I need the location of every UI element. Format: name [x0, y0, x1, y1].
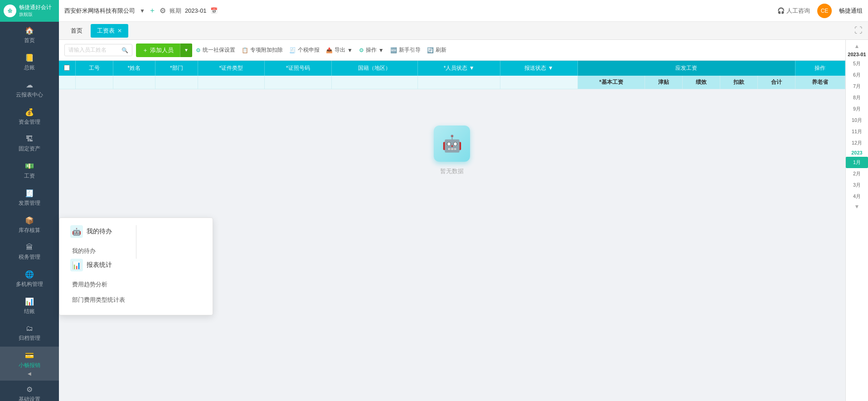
tab-close-icon[interactable]: ✕: [117, 28, 122, 34]
refresh-btn[interactable]: 🔄 刷新: [427, 46, 446, 54]
operation-label: 操作: [366, 46, 377, 54]
sidebar-item-fund[interactable]: 💰 资金管理: [0, 103, 59, 130]
sidebar-item-inventory[interactable]: 📦 库存核算: [0, 212, 59, 239]
timeline-month-5[interactable]: 5月: [846, 58, 868, 69]
sidebar-item-cloud-report[interactable]: ☁ 云报表中心: [0, 76, 59, 103]
tax-report-label: 个税申报: [298, 46, 320, 54]
company-dropdown-icon[interactable]: ▼: [140, 8, 145, 14]
user-avatar[interactable]: CE: [817, 4, 832, 18]
header-department: *部门: [155, 61, 198, 76]
timeline-month-10[interactable]: 10月: [846, 115, 868, 126]
social-insurance-btn[interactable]: ⚙ 统一社保设置: [196, 46, 235, 54]
empty-robot-icon: 🤖: [434, 126, 470, 162]
timeline-month-12[interactable]: 12月: [846, 137, 868, 149]
header-nationality: 国籍（地区）: [331, 61, 418, 76]
operation-btn[interactable]: ⚙ 操作 ▼: [359, 46, 384, 54]
export-label: 导出: [335, 46, 345, 54]
operation-icon: ⚙: [359, 47, 364, 53]
sidebar-item-ledger[interactable]: 📒 总账: [0, 49, 59, 76]
reports-icon: 📊: [70, 259, 83, 271]
timeline-month-8[interactable]: 8月: [846, 92, 868, 103]
timeline-down-icon[interactable]: ▼: [853, 202, 861, 211]
topbar-add-icon[interactable]: ＋: [149, 6, 156, 15]
tab-salary-label: 工资表: [97, 27, 115, 35]
timeline-month-9[interactable]: 9月: [846, 103, 868, 115]
service-button[interactable]: 🎧 人工咨询: [777, 7, 810, 15]
export-btn[interactable]: 📤 导出 ▼: [326, 46, 353, 54]
sidebar-item-multi-org[interactable]: 🌐 多机构管理: [0, 266, 59, 293]
timeline-month-3[interactable]: 3月: [846, 179, 868, 191]
timeline-header: 2023-01: [847, 51, 867, 58]
sidebar-label-inventory: 库存核算: [19, 227, 40, 234]
header-salary-group: 应发工资: [578, 61, 795, 76]
sub-performance: 绩效: [682, 76, 720, 89]
guide-btn[interactable]: 🆕 新手引导: [390, 46, 421, 54]
sidebar-item-archive[interactable]: 🗂 归档管理: [0, 320, 59, 347]
logo-text-group: 畅捷通好会计 旗舰版: [19, 4, 52, 18]
sidebar-item-tax[interactable]: 🏛 税务管理: [0, 239, 59, 266]
headset-icon: 🎧: [777, 7, 785, 14]
social-insurance-icon: ⚙: [196, 47, 201, 53]
sidebar-item-salary[interactable]: 💵 工资: [0, 157, 59, 184]
archive-icon: 🗂: [26, 324, 33, 333]
table-header-row: 工号 *姓名 *部门 *证件类型 *证照号码 国籍（地区） *人员状态 ▼ 报送…: [59, 61, 845, 76]
company-name: 西安虾米网络科技有限公司: [64, 7, 135, 15]
timeline-month-1[interactable]: 1月: [846, 157, 868, 168]
sidebar-label-xiaochang: 小畅报销: [19, 362, 40, 369]
sidebar-label-cloud: 云报表中心: [16, 91, 43, 99]
select-all-checkbox[interactable]: [64, 65, 70, 71]
tab-salary[interactable]: 工资表 ✕: [91, 24, 128, 38]
sidebar-item-settlement[interactable]: 📊 结账: [0, 293, 59, 320]
sidebar-item-fixed-assets[interactable]: 🏗 固定资产: [0, 130, 59, 157]
popup-item-cost-trend[interactable]: 费用趋势分析: [70, 277, 132, 292]
empty-text: 暂无数据: [440, 167, 464, 175]
timeline-month-4[interactable]: 4月: [846, 191, 868, 202]
sub-deduction: 扣款: [720, 76, 757, 89]
tab-home[interactable]: 首页: [64, 24, 89, 38]
popup-item-dept-cost[interactable]: 部门费用类型统计表: [70, 292, 132, 308]
table-body: 🤖 暂无数据: [59, 89, 845, 212]
timeline-month-6[interactable]: 6月: [846, 69, 868, 81]
timeline-month-7[interactable]: 7月: [846, 81, 868, 92]
sidebar-item-home[interactable]: 🏠 首页: [0, 22, 59, 49]
timeline-month-11[interactable]: 11月: [846, 126, 868, 137]
guide-icon2: 🆕: [390, 47, 397, 53]
calendar-icon[interactable]: 📅: [210, 7, 218, 14]
sidebar-label-ledger: 总账: [24, 64, 35, 72]
reports-title: 报表统计: [87, 261, 112, 269]
app-logo: 会 畅捷通好会计 旗舰版: [0, 0, 59, 22]
topbar-right: 🎧 人工咨询 CE 畅捷通组: [777, 4, 863, 18]
sub-bonus: 津贴: [645, 76, 682, 89]
add-person-button[interactable]: ＋ 添加人员: [136, 43, 180, 57]
add-person-label: 添加人员: [150, 46, 174, 54]
timeline: ▲ 2023-01 5月 6月 7月 8月 9月 10月 11月 12月 202…: [845, 40, 868, 401]
sub-department: [155, 76, 198, 89]
sidebar-nav: 🏠 首页 📒 总账 ☁ 云报表中心 💰 资金管理 🏗 固定资产 💵 工资 🧾 发…: [0, 22, 59, 401]
sidebar-item-xiaochang[interactable]: 💳 小畅报销 ◀: [0, 347, 59, 381]
header-checkbox[interactable]: [59, 61, 75, 76]
user-name[interactable]: 畅捷通组: [839, 7, 863, 15]
sub-nationality: [331, 76, 418, 89]
special-deduction-btn[interactable]: 📋 专项附加扣除: [242, 46, 283, 54]
sub-person-status: [418, 76, 500, 89]
popup-item-my-tasks[interactable]: 我的待办: [70, 243, 132, 259]
sub-employee-id: [75, 76, 113, 89]
toolbar: 请输入员工姓名 🔍 ＋ 添加人员 ▼ ⚙ 统一社保设置: [59, 40, 845, 61]
window-maximize-icon[interactable]: ⛶: [854, 26, 863, 35]
tax-report-btn[interactable]: 🧾 个税申报: [289, 46, 320, 54]
inventory-icon: 📦: [25, 216, 34, 225]
app-name: 畅捷通好会计: [19, 4, 52, 11]
add-person-dropdown-arrow[interactable]: ▼: [180, 43, 192, 57]
fund-icon: 💰: [25, 108, 34, 116]
search-icon[interactable]: 🔍: [121, 47, 128, 53]
search-input[interactable]: 请输入员工姓名 🔍: [64, 44, 132, 56]
cloud-icon: ☁: [26, 81, 33, 89]
timeline-up-icon[interactable]: ▲: [853, 42, 861, 51]
period-value: 2023-01: [185, 7, 207, 14]
timeline-month-2[interactable]: 2月: [846, 168, 868, 179]
header-operation: 操作: [795, 61, 845, 76]
topbar-settings-icon[interactable]: ⚙: [160, 6, 166, 15]
export-icon: 📤: [326, 47, 333, 53]
sidebar-item-basic-settings[interactable]: ⚙ 基础设置: [0, 381, 59, 401]
sidebar-item-invoice[interactable]: 🧾 发票管理: [0, 184, 59, 212]
